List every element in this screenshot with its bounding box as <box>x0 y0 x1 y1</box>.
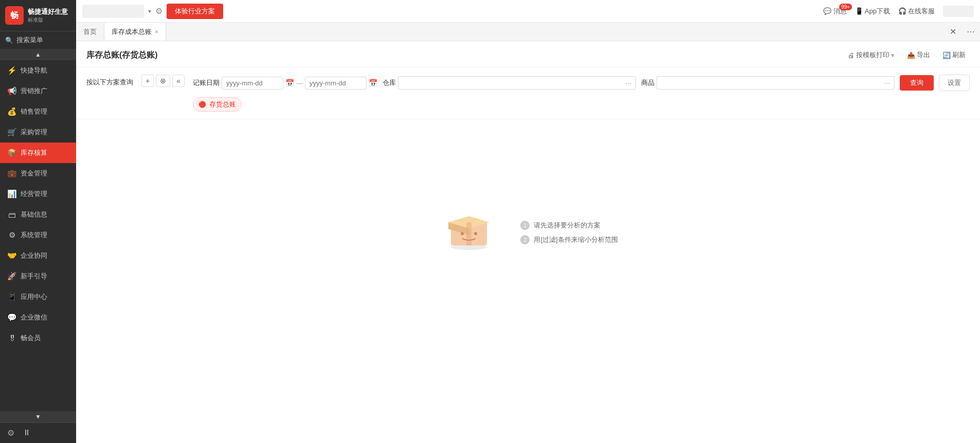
add-filter-button[interactable]: + <box>141 75 154 87</box>
sidebar: 畅 畅捷通好生意 标准版 🔍 搜索菜单 ▲ ⚡ 快捷导航 📢 营销推广 💰 销售… <box>0 0 76 443</box>
sales-icon: 💰 <box>7 107 16 116</box>
sidebar-item-finance[interactable]: 💼 资金管理 <box>0 163 76 184</box>
date-separator: — <box>296 79 303 87</box>
sidebar-footer: ⚙ ⏸ <box>0 422 76 443</box>
sidebar-item-marketing[interactable]: 📢 营销推广 <box>0 81 76 101</box>
topbar-gear-icon[interactable]: ⚙ <box>155 6 162 16</box>
tabs-close-all-button[interactable]: ✕ <box>945 23 961 41</box>
sidebar-item-label: 企业微信 <box>21 313 47 322</box>
settings-footer-button[interactable]: ⚙ <box>7 428 14 438</box>
sidebar-item-quick-nav[interactable]: ⚡ 快捷导航 <box>0 60 76 81</box>
sidebar-item-label: 系统管理 <box>21 231 47 240</box>
filter-add-buttons: + ⊗ « <box>141 75 185 87</box>
marketing-icon: 📢 <box>7 86 16 96</box>
svg-point-3 <box>461 232 464 235</box>
trial-button[interactable]: 体验行业方案 <box>167 4 223 19</box>
scheme-tag-label: 存货总账 <box>209 100 236 109</box>
user-info[interactable] <box>943 6 974 17</box>
empty-hint-1: 1 请先选择要分析的方案 <box>520 221 618 230</box>
sidebar-item-vip[interactable]: 🎖 畅会员 <box>0 328 76 348</box>
query-button[interactable]: 查询 <box>900 75 934 91</box>
tab-inventory-ledger[interactable]: 库存成本总账 × <box>104 23 166 41</box>
sidebar-item-wechat[interactable]: 💬 企业微信 <box>0 307 76 328</box>
settings-button[interactable]: 设置 <box>939 75 970 91</box>
warehouse-filter-group: 仓库 ··· <box>383 76 636 90</box>
header-actions: 🖨 按模板打印 ▾ 📤 导出 🔄 刷新 <box>844 48 970 62</box>
tabs-more-button[interactable]: ⋯ <box>961 23 980 41</box>
sidebar-item-enterprise[interactable]: 🤝 企业协同 <box>0 245 76 266</box>
scroll-up-button[interactable]: ▲ <box>0 49 76 60</box>
quick-nav-icon: ⚡ <box>7 66 16 75</box>
page-title: 库存总账(存货总账) <box>86 50 158 61</box>
export-button[interactable]: 📤 导出 <box>903 48 934 62</box>
calendar-start-icon[interactable]: 📅 <box>285 79 294 87</box>
enterprise-icon: 🤝 <box>7 251 16 260</box>
goods-more-icon[interactable]: ··· <box>884 79 890 87</box>
collapse-footer-button[interactable]: ⏸ <box>23 428 31 438</box>
print-icon: 🖨 <box>848 51 855 59</box>
sidebar-logo: 畅 畅捷通好生意 标准版 <box>0 0 76 31</box>
search-menu-button[interactable]: 🔍 搜索菜单 <box>0 31 76 49</box>
sidebar-item-label: 库存核算 <box>21 148 47 157</box>
empty-box-svg <box>443 202 495 253</box>
sidebar-item-label: 新手引导 <box>21 272 47 281</box>
sidebar-item-label: 快捷导航 <box>21 66 47 75</box>
topbar-dropdown-icon[interactable]: ▾ <box>148 8 151 15</box>
empty-illustration <box>438 202 500 263</box>
calendar-end-icon[interactable]: 📅 <box>369 79 377 87</box>
page-content: 库存总账(存货总账) 🖨 按模板打印 ▾ 📤 导出 🔄 刷新 按以下方案查 <box>76 41 980 443</box>
tab-inventory-label: 库存成本总账 <box>112 27 152 37</box>
warehouse-label: 仓库 <box>383 78 396 87</box>
empty-state: 1 请先选择要分析的方案 2 用[过滤]条件来缩小分析范围 <box>76 161 980 305</box>
sidebar-item-newuser[interactable]: 🚀 新手引导 <box>0 266 76 287</box>
goods-select[interactable]: ··· <box>657 76 895 90</box>
sidebar-item-purchase[interactable]: 🛒 采购管理 <box>0 122 76 143</box>
print-button[interactable]: 🖨 按模板打印 ▾ <box>844 48 899 62</box>
sidebar-item-appstore[interactable]: 📱 应用中心 <box>0 287 76 307</box>
purchase-icon: 🛒 <box>7 128 16 137</box>
sidebar-item-label: 营销推广 <box>21 86 47 96</box>
sidebar-item-operations[interactable]: 📊 经营管理 <box>0 184 76 204</box>
finance-icon: 💼 <box>7 169 16 178</box>
goods-filter-group: 商品 ··· <box>641 76 895 90</box>
warehouse-more-icon[interactable]: ··· <box>625 79 631 87</box>
online-service-link[interactable]: 🎧 在线客服 <box>898 7 935 16</box>
date-start-input[interactable] <box>222 77 283 90</box>
empty-hint-2-text: 用[过滤]条件来缩小分析范围 <box>534 235 618 244</box>
message-icon: 💬 <box>823 7 831 15</box>
query-row: 记账日期 📅 — 📅 仓库 ··· <box>193 75 970 91</box>
sidebar-item-label: 基础信息 <box>21 210 47 219</box>
sidebar-item-label: 销售管理 <box>21 107 47 116</box>
scheme-tag-icon: 🔴 <box>198 101 206 108</box>
collapse-filter-button[interactable]: « <box>172 75 185 87</box>
operations-icon: 📊 <box>7 189 16 199</box>
sidebar-item-label: 畅会员 <box>21 333 41 343</box>
messages-link[interactable]: 💬 消息 99+ <box>823 7 847 16</box>
mobile-icon: 📱 <box>855 7 863 15</box>
print-dropdown-icon[interactable]: ▾ <box>891 51 895 59</box>
empty-hint-1-text: 请先选择要分析的方案 <box>534 221 601 230</box>
sidebar-item-label: 企业协同 <box>21 251 47 260</box>
tab-close-button[interactable]: × <box>155 28 158 36</box>
remove-filter-button[interactable]: ⊗ <box>156 75 170 87</box>
hint-num-2: 2 <box>520 235 530 244</box>
scheme-tag[interactable]: 🔴 存货总账 <box>193 97 242 112</box>
tab-home[interactable]: 首页 <box>76 23 104 41</box>
warehouse-select[interactable]: ··· <box>398 76 636 90</box>
sidebar-item-sales[interactable]: 💰 销售管理 <box>0 101 76 122</box>
service-icon: 🎧 <box>898 7 906 15</box>
filter-area: 按以下方案查询 + ⊗ « 记账日期 📅 — 📅 <box>76 67 980 119</box>
filter-controls: 记账日期 📅 — 📅 仓库 ··· <box>193 75 970 112</box>
sidebar-item-inventory[interactable]: 📦 库存核算 <box>0 143 76 163</box>
goods-label: 商品 <box>641 78 655 87</box>
sidebar-item-system[interactable]: ⚙ 系统管理 <box>0 225 76 245</box>
scroll-down-button[interactable]: ▼ <box>0 411 76 422</box>
refresh-button[interactable]: 🔄 刷新 <box>938 48 970 62</box>
tab-home-label: 首页 <box>83 27 97 37</box>
app-download-link[interactable]: 📱 App下载 <box>855 7 890 16</box>
sidebar-item-basic-info[interactable]: 🗃 基础信息 <box>0 204 76 225</box>
date-end-input[interactable] <box>305 77 367 90</box>
sidebar-nav: ⚡ 快捷导航 📢 营销推广 💰 销售管理 🛒 采购管理 📦 库存核算 💼 资金管… <box>0 60 76 411</box>
basic-info-icon: 🗃 <box>7 210 16 219</box>
date-label: 记账日期 <box>193 78 220 87</box>
